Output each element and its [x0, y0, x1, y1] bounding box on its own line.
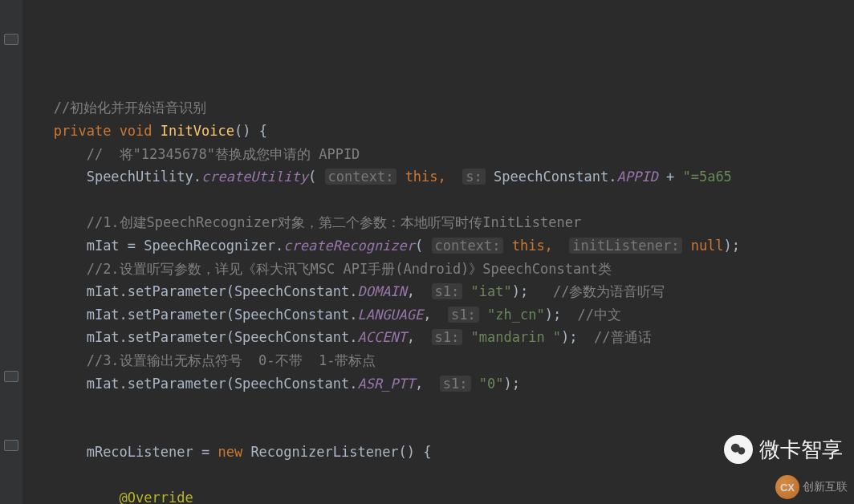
method-call: createUtility — [201, 169, 308, 185]
string: "mandarin " — [462, 329, 561, 345]
string: "iat" — [462, 283, 511, 299]
code-text: ); — [545, 307, 578, 323]
code-text: mIat.setParameter(SpeechConstant. — [87, 329, 358, 345]
comment: // 将"12345678"替换成您申请的 APPID — [87, 146, 360, 162]
code-text: this, — [503, 238, 569, 254]
param-hint: s1: — [432, 329, 463, 345]
keyword: void — [120, 123, 152, 139]
comment: //普通话 — [594, 329, 651, 345]
code-text: , — [407, 329, 432, 345]
param-hint: s1: — [440, 376, 471, 392]
field: ACCENT — [357, 329, 406, 345]
code-line: //3.设置输出无标点符号 0-不带 1-带标点 — [29, 352, 376, 368]
field: LANGUAGE — [357, 307, 423, 323]
code-text: ( — [415, 238, 431, 254]
field: DOMAIN — [357, 283, 406, 299]
code-text — [682, 238, 690, 254]
param-hint: initListener: — [569, 238, 682, 254]
code-text: mIat.setParameter(SpeechConstant. — [87, 307, 358, 323]
code-line: // 将"12345678"替换成您申请的 APPID — [29, 146, 360, 162]
wechat-icon — [724, 435, 753, 464]
annotation: @Override — [120, 490, 193, 504]
keyword: new — [218, 444, 242, 460]
code-line: private void InitVoice() { — [29, 123, 267, 139]
string: "0" — [471, 376, 504, 392]
string: "=5a65 — [682, 169, 731, 185]
field: ASR_PTT — [357, 376, 415, 392]
code-line — [29, 421, 37, 437]
watermark-brand: CX 创新互联 — [775, 475, 848, 499]
code-text: mIat.setParameter(SpeechConstant. — [87, 283, 358, 299]
editor-gutter — [0, 0, 22, 504]
code-line — [29, 192, 37, 208]
comment: //3.设置输出无标点符号 0-不带 1-带标点 — [87, 352, 376, 368]
code-text: mRecoListener = — [87, 444, 218, 460]
brand-icon: CX — [775, 475, 799, 499]
watermark-text: 微卡智享 — [759, 436, 843, 464]
comment: //1.创建SpeechRecognizer对象，第二个参数：本地听写时传Ini… — [87, 214, 582, 230]
code-line: //初始化并开始语音识别 — [29, 100, 206, 116]
param-hint: context: — [432, 238, 504, 254]
code-line — [29, 398, 37, 414]
code-text: , — [407, 283, 432, 299]
code-line: //1.创建SpeechRecognizer对象，第二个参数：本地听写时传Ini… — [29, 214, 581, 230]
code-text: , — [423, 307, 448, 323]
string: "zh_cn" — [479, 307, 545, 323]
code-text: ); — [512, 283, 553, 299]
comment: //参数为语音听写 — [553, 283, 665, 299]
param-hint: s: — [462, 169, 485, 185]
gutter-icon[interactable] — [4, 34, 18, 45]
param-hint: s1: — [448, 307, 479, 323]
code-text: + — [658, 169, 683, 185]
code-line: mIat.setParameter(SpeechConstant.LANGUAG… — [29, 307, 621, 323]
field: APPID — [617, 169, 658, 185]
comment: //初始化并开始语音识别 — [54, 100, 206, 116]
code-text: ); — [724, 238, 740, 254]
watermark-wechat: 微卡智享 — [724, 435, 843, 464]
code-text: () { — [234, 123, 267, 139]
watermark-text: 创新互联 — [803, 480, 848, 494]
keyword: null — [691, 238, 724, 254]
code-line: mIat.setParameter(SpeechConstant.DOMAIN,… — [29, 283, 665, 299]
code-text: this, — [396, 169, 462, 185]
code-line: @Override — [29, 490, 193, 504]
code-text: RecognizerListener() { — [242, 444, 431, 460]
comment: //中文 — [578, 307, 621, 323]
method-name: InitVoice — [161, 123, 234, 139]
param-hint: context: — [325, 169, 397, 185]
comment: //2.设置听写参数，详见《科大讯飞MSC API手册(Android)》Spe… — [87, 261, 612, 277]
param-hint: s1: — [432, 283, 463, 299]
code-line: mIat.setParameter(SpeechConstant.ASR_PTT… — [29, 376, 520, 392]
code-text: , — [415, 376, 440, 392]
code-text: mIat.setParameter(SpeechConstant. — [87, 376, 358, 392]
code-line — [29, 467, 37, 483]
code-line: mRecoListener = new RecognizerListener()… — [29, 444, 432, 460]
code-text: ( — [308, 169, 324, 185]
gutter-icon[interactable] — [4, 440, 18, 451]
code-text: SpeechConstant. — [486, 169, 617, 185]
keyword: private — [54, 123, 112, 139]
code-text: mIat = SpeechRecognizer. — [87, 238, 284, 254]
method-call: createRecognizer — [283, 238, 415, 254]
code-line: //2.设置听写参数，详见《科大讯飞MSC API手册(Android)》Spe… — [29, 261, 612, 277]
code-text: ); — [561, 329, 594, 345]
code-text: ); — [503, 376, 519, 392]
code-editor[interactable]: //初始化并开始语音识别 private void InitVoice() { … — [0, 0, 854, 504]
gutter-icon[interactable] — [4, 371, 18, 382]
code-line: mIat = SpeechRecognizer.createRecognizer… — [29, 238, 740, 254]
code-text: SpeechUtility. — [87, 169, 201, 185]
code-line: mIat.setParameter(SpeechConstant.ACCENT,… — [29, 329, 652, 345]
svg-point-1 — [738, 447, 745, 454]
code-line: SpeechUtility.createUtility( context: th… — [29, 169, 732, 185]
